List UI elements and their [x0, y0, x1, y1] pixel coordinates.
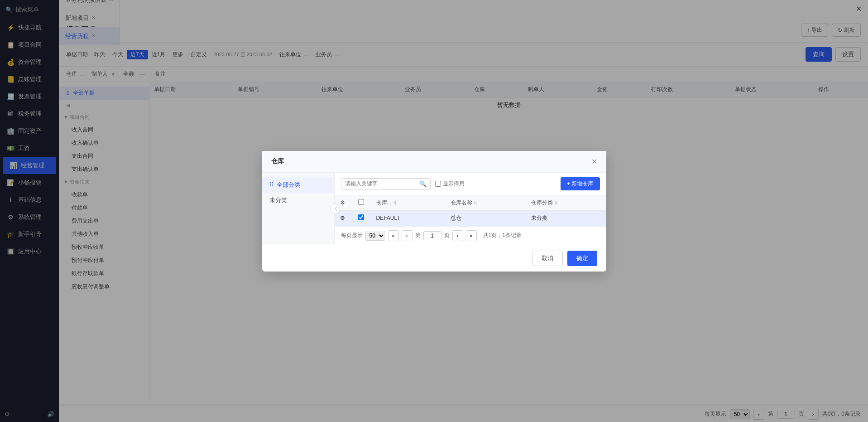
settings-col-icon: ⚙	[340, 199, 345, 206]
modal-page-size-label: 每页显示	[341, 232, 363, 239]
th-code[interactable]: 仓库... ⇅	[371, 195, 445, 211]
select-all-checkbox[interactable]	[358, 199, 364, 205]
modal-category-全部分类[interactable]: ⠿ 全部分类	[262, 177, 334, 193]
th-checkbox	[353, 195, 371, 211]
th-name[interactable]: 仓库名称 ⇅	[445, 195, 526, 211]
sort-icon-category: ⇅	[554, 200, 558, 205]
cancel-button[interactable]: 取消	[532, 251, 563, 266]
modal-page-next-label: 页	[444, 232, 450, 239]
show-disabled-label[interactable]: 显示停用	[435, 180, 465, 188]
th-category[interactable]: 仓库分类 ⇅	[526, 195, 606, 211]
confirm-button[interactable]: 确定	[567, 251, 597, 266]
row-name: 总仓	[445, 210, 526, 226]
modal-body: ⠿ 全部分类未分类 《 🔍 显示停用 + 新增仓库	[262, 173, 606, 245]
modal-page-input[interactable]	[423, 231, 441, 240]
modal-title: 仓库	[271, 157, 284, 165]
modal-search-icon: 🔍	[419, 180, 427, 187]
panel-collapse-btn[interactable]: 《	[330, 204, 340, 213]
modal-right-panel: 🔍 显示停用 + 新增仓库 ⚙	[335, 173, 606, 245]
modal-search-input[interactable]	[345, 180, 417, 187]
row-code: DEFAULT	[371, 210, 445, 226]
sort-icon-code: ⇅	[393, 200, 397, 205]
modal-overlay: 仓库 ✕ ⠿ 全部分类未分类 《 🔍	[0, 0, 868, 422]
show-disabled-text: 显示停用	[443, 180, 465, 188]
modal-table-row[interactable]: ⚙ DEFAULT 总仓 未分类	[335, 210, 606, 226]
modal-warehouse-table: ⚙ 仓库... ⇅ 仓库名称	[335, 195, 606, 226]
modal-header: 仓库 ✕	[262, 151, 606, 173]
modal-actions: 取消 确定	[262, 245, 606, 272]
modal-last-btn[interactable]: »	[466, 230, 477, 241]
show-disabled-checkbox[interactable]	[435, 181, 441, 187]
row-check[interactable]	[358, 214, 364, 220]
modal-prev-btn[interactable]: ‹	[402, 230, 412, 241]
modal-category-未分类[interactable]: 未分类	[262, 193, 334, 208]
modal-table-area: ⚙ 仓库... ⇅ 仓库名称	[335, 195, 606, 226]
modal-next-btn[interactable]: ›	[452, 230, 463, 241]
modal-table-body: ⚙ DEFAULT 总仓 未分类	[335, 210, 606, 226]
warehouse-modal: 仓库 ✕ ⠿ 全部分类未分类 《 🔍	[262, 151, 606, 272]
modal-toolbar: 🔍 显示停用 + 新增仓库	[335, 173, 606, 195]
modal-table-header-row: ⚙ 仓库... ⇅ 仓库名称	[335, 195, 606, 211]
row-checkbox[interactable]	[353, 210, 371, 226]
modal-pagination: 每页显示 50 « ‹ 第 页 › » 共1页，1条记录	[335, 226, 606, 245]
modal-page-size-select[interactable]: 50	[365, 231, 385, 241]
modal-search-wrap: 🔍	[341, 178, 431, 189]
modal-left-panel: ⠿ 全部分类未分类	[262, 173, 335, 245]
modal-categories: ⠿ 全部分类未分类	[262, 177, 334, 208]
row-category: 未分类	[526, 210, 606, 226]
modal-total-text: 共1页，1条记录	[483, 232, 522, 239]
modal-page-label: 第	[415, 232, 421, 239]
modal-close-btn[interactable]: ✕	[591, 157, 597, 166]
add-warehouse-btn[interactable]: + 新增仓库	[561, 177, 599, 190]
modal-first-btn[interactable]: «	[388, 230, 399, 241]
sort-icon-name: ⇅	[474, 200, 477, 205]
